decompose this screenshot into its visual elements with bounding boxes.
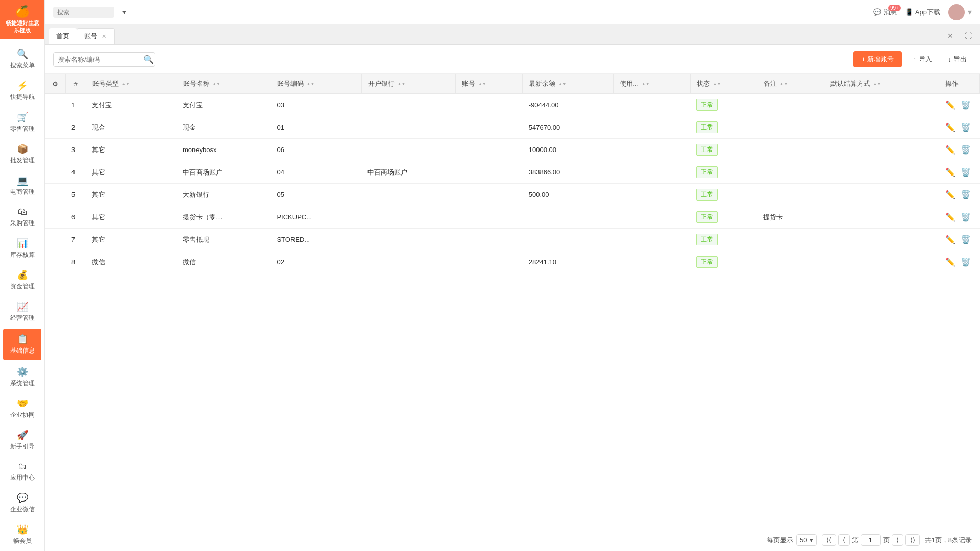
header-dropdown[interactable]: ▾: [122, 8, 126, 16]
col-account-no[interactable]: 账号 ▲▼: [456, 74, 523, 94]
tab-bar: 首页 账号 ✕ ✕ ⛶: [45, 24, 980, 45]
page-first-button[interactable]: ⟨⟨: [822, 534, 836, 546]
cell-config: [45, 139, 65, 161]
status-badge: 正常: [696, 211, 718, 223]
sidebar-item-ecommerce-mgmt[interactable]: 💻电商管理: [0, 170, 44, 202]
edit-icon[interactable]: ✏️: [945, 122, 955, 132]
cell-type: 其它: [86, 229, 177, 251]
cell-default-settlement: [824, 94, 939, 116]
col-default-settlement[interactable]: 默认结算方式 ▲▼: [824, 74, 939, 94]
pagination: 每页显示 50 ▾ ⟨⟨ ⟨ 第 页 ⟩ ⟩⟩ 共1页，8条记录: [45, 529, 980, 551]
sidebar-item-basic-info[interactable]: 📋基础信息: [3, 329, 41, 360]
page-last-button[interactable]: ⟩⟩: [905, 534, 920, 546]
edit-icon[interactable]: ✏️: [945, 257, 955, 267]
cell-code: STORED...: [271, 229, 361, 251]
quick-nav-icon: ⚡: [17, 80, 28, 91]
sidebar-item-vip-member[interactable]: 👑畅会员: [0, 519, 44, 550]
tab-expand-button[interactable]: ⛶: [961, 30, 976, 42]
sidebar-label-enterprise-agreement: 企业协同: [10, 411, 35, 419]
import-button[interactable]: ↑ 导入: [908, 52, 937, 67]
sidebar-label-search-menu: 搜索菜单: [10, 61, 35, 70]
col-config[interactable]: ⚙: [45, 74, 65, 94]
col-remark[interactable]: 备注 ▲▼: [757, 74, 824, 94]
col-usage[interactable]: 使用... ▲▼: [614, 74, 691, 94]
edit-icon[interactable]: ✏️: [945, 145, 955, 155]
sidebar-item-sys-mgmt[interactable]: ⚙️系统管理: [0, 361, 44, 393]
cell-balance: 547670.00: [523, 116, 614, 139]
message-button[interactable]: 💬 消息 99+: [873, 8, 897, 17]
col-status[interactable]: 状态 ▲▼: [690, 74, 757, 94]
tab-home[interactable]: 首页: [49, 28, 77, 44]
sidebar-item-enterprise-agreement[interactable]: 🤝企业协同: [0, 393, 44, 424]
col-actions: 操作: [939, 74, 980, 94]
search-icon[interactable]: 🔍: [143, 55, 154, 64]
sidebar-item-beginner-guide[interactable]: 🚀新手引导: [0, 424, 44, 456]
delete-icon[interactable]: 🗑️: [961, 167, 971, 177]
cell-bank: 中百商场账户: [361, 161, 455, 184]
col-balance[interactable]: 最新余额 ▲▼: [523, 74, 614, 94]
user-avatar-area[interactable]: ▾: [948, 4, 972, 20]
cell-bank: [361, 229, 455, 251]
vip-member-icon: 👑: [17, 524, 28, 535]
tab-close-button[interactable]: ✕: [943, 30, 958, 42]
app-download-button[interactable]: 📱 App下载: [905, 8, 940, 17]
export-button[interactable]: ↓ 导出: [943, 52, 972, 67]
basic-info-icon: 📋: [17, 334, 28, 345]
app-logo-text: 畅捷通好生意: [6, 19, 39, 27]
delete-icon[interactable]: 🗑️: [961, 100, 971, 110]
tab-accounts[interactable]: 账号 ✕: [77, 28, 115, 44]
cell-name: 现金: [177, 116, 271, 139]
edit-icon[interactable]: ✏️: [945, 190, 955, 199]
edit-icon[interactable]: ✏️: [945, 167, 955, 177]
table-search-box[interactable]: 🔍: [53, 52, 155, 67]
cell-remark: [757, 184, 824, 206]
edit-icon[interactable]: ✏️: [945, 100, 955, 110]
sidebar-item-quick-nav[interactable]: ⚡快捷导航: [0, 75, 44, 107]
header-search-input[interactable]: [57, 9, 103, 16]
cell-remark: [757, 161, 824, 184]
cell-bank: [361, 206, 455, 229]
page-number-input[interactable]: [861, 534, 881, 546]
page-prev-button[interactable]: ⟨: [838, 534, 850, 546]
cell-account-no: [456, 251, 523, 273]
col-name[interactable]: 账号名称 ▲▼: [177, 74, 271, 94]
sidebar-item-retail-mgmt[interactable]: 🛒零售管理: [0, 107, 44, 138]
sidebar-item-purchase-mgmt[interactable]: 🛍采购管理: [0, 202, 44, 233]
cell-config: [45, 206, 65, 229]
cell-balance: 383866.00: [523, 161, 614, 184]
delete-icon[interactable]: 🗑️: [961, 212, 971, 222]
sidebar-item-search-menu[interactable]: 🔍搜索菜单: [0, 43, 44, 75]
sidebar-item-wholesale-mgmt[interactable]: 📦批发管理: [0, 138, 44, 170]
page-size-select-box[interactable]: 50 ▾: [796, 534, 816, 546]
delete-icon[interactable]: 🗑️: [961, 235, 971, 244]
edit-icon[interactable]: ✏️: [945, 212, 955, 222]
cell-actions: ✏️ 🗑️: [939, 229, 980, 251]
cell-bank: [361, 116, 455, 139]
cell-code: 06: [271, 139, 361, 161]
col-bank[interactable]: 开户银行 ▲▼: [361, 74, 455, 94]
table-search-input[interactable]: [58, 56, 143, 63]
accounts-table: ⚙ # 账号类型 ▲▼ 账号名称 ▲▼ 账号编码 ▲▼ 开户银行 ▲▼ 账号 ▲…: [45, 74, 980, 273]
sidebar-item-funds-mgmt[interactable]: 💰资金管理: [0, 264, 44, 296]
sidebar-label-basic-info: 基础信息: [10, 346, 35, 355]
tab-close-icon[interactable]: ✕: [101, 33, 107, 40]
delete-icon[interactable]: 🗑️: [961, 190, 971, 199]
sidebar-item-ops-mgmt[interactable]: 📈经营管理: [0, 296, 44, 328]
delete-icon[interactable]: 🗑️: [961, 257, 971, 267]
page-next-button[interactable]: ⟩: [892, 534, 903, 546]
cell-actions: ✏️ 🗑️: [939, 161, 980, 184]
delete-icon[interactable]: 🗑️: [961, 145, 971, 155]
delete-icon[interactable]: 🗑️: [961, 122, 971, 132]
cell-config: [45, 94, 65, 116]
header-search-box[interactable]: [53, 7, 114, 18]
col-code[interactable]: 账号编码 ▲▼: [271, 74, 361, 94]
edit-icon[interactable]: ✏️: [945, 235, 955, 244]
add-account-button[interactable]: + 新增账号: [853, 51, 902, 67]
sidebar-item-app-center[interactable]: 🗂应用中心: [0, 456, 44, 487]
cell-type: 其它: [86, 206, 177, 229]
sidebar-item-inventory[interactable]: 📊库存核算: [0, 233, 44, 264]
col-type[interactable]: 账号类型 ▲▼: [86, 74, 177, 94]
cell-usage: [614, 229, 691, 251]
sidebar-item-enterprise-wechat[interactable]: 💬企业微信: [0, 487, 44, 519]
cell-default-settlement: [824, 139, 939, 161]
